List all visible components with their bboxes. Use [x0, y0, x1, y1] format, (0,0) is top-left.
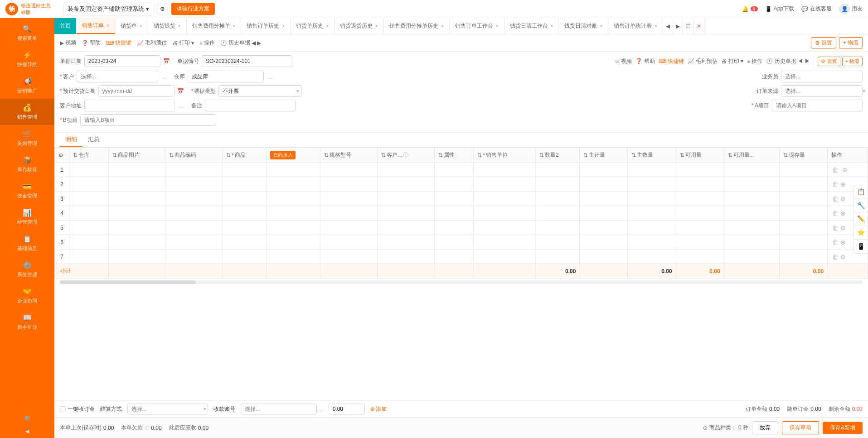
tab-home[interactable]: 首页 [54, 18, 77, 34]
delete-icon[interactable]: 🗑 [832, 195, 839, 202]
tab-menu-btn[interactable]: ☰ [683, 18, 694, 34]
sidebar-item-basic[interactable]: 📋 基础信息 [0, 230, 54, 256]
cell-code[interactable] [165, 163, 223, 177]
cell-spec[interactable] [320, 163, 378, 177]
right-icon-5[interactable]: 📱 [854, 240, 868, 253]
toolbar-shortcut-text[interactable]: ⌨ 快捷键 [659, 58, 684, 65]
delete-icon[interactable]: 🗑 [832, 210, 839, 217]
sidebar-item-search[interactable]: 🔍 搜索菜单 [0, 20, 54, 46]
tab-sales-order-workbench[interactable]: 销售订单工作台× [450, 18, 504, 34]
copy-icon[interactable]: ⊕ [840, 239, 846, 246]
cell-main-unit[interactable] [580, 163, 628, 177]
tab-summary[interactable]: 汇总 [82, 133, 105, 147]
invoice-type-input[interactable] [218, 85, 302, 97]
toolbar-history-text[interactable]: 🕐 历史单据 ◀ ▶ [766, 58, 810, 65]
tab-detail[interactable]: 明细 [60, 133, 82, 147]
account-input[interactable] [241, 404, 317, 414]
warehouse-more-icon[interactable]: ... [267, 73, 273, 80]
sidebar-item-purchase[interactable]: 🛒 采购管理 [0, 125, 54, 151]
toolbar-shortcut-btn[interactable]: ⌨ 快捷键 [106, 39, 131, 47]
delete-icon[interactable]: 🗑 [832, 181, 839, 188]
sidebar-item-guide[interactable]: 📖 新手引导 [0, 309, 54, 335]
right-icon-2[interactable]: 🔧 [854, 199, 868, 212]
toolbar-view-text[interactable]: ⊙ 视频 [615, 58, 632, 65]
tab-sales-receipt[interactable]: 销货单× [115, 18, 148, 34]
cell-customer-code[interactable] [378, 163, 435, 177]
discard-btn[interactable]: 放弃 [752, 421, 778, 434]
warehouse-input[interactable] [188, 71, 264, 82]
one-click-collect-checkbox[interactable]: 一键收订金 [60, 405, 95, 413]
delivery-calendar-icon[interactable]: 📅 [177, 88, 184, 94]
tab-close-icon[interactable]: × [326, 24, 329, 29]
sidebar-collapse-btn[interactable]: ◀ [0, 425, 54, 438]
sidebar-settings-btn[interactable]: ⚙️ [0, 412, 54, 425]
system-title[interactable]: 装备及固定资产辅助管理系统 ▾ [63, 3, 153, 15]
cell-available[interactable] [676, 163, 724, 177]
account-more-icon[interactable]: ... [318, 405, 323, 413]
table-settings-icon[interactable]: ⚙ [58, 152, 63, 159]
sidebar-item-system[interactable]: ⚙️ 系统管理 [0, 256, 54, 283]
copy-icon[interactable]: ⊕ [840, 181, 846, 188]
order-source-input[interactable] [781, 85, 863, 97]
right-icon-4[interactable]: ⭐ [854, 226, 868, 240]
tab-close-icon[interactable]: × [600, 24, 602, 29]
tab-sales-return-history[interactable]: 销货退货历史× [335, 18, 384, 34]
sidebar-item-cooperation[interactable]: 🤝 企业协同 [0, 283, 54, 309]
tab-sales-receipt-history[interactable]: 销货单历史× [291, 18, 335, 34]
cell-current-stock[interactable] [780, 163, 828, 177]
b-project-input[interactable] [80, 114, 216, 126]
tab-sales-order-history[interactable]: 销售订单历史× [241, 18, 291, 34]
scan-btn[interactable]: 扫码录入 [270, 151, 296, 159]
tab-sales-stat[interactable]: 销售订单统计表× [608, 18, 663, 34]
cell-main-qty[interactable] [628, 163, 676, 177]
tab-sales-expense-history[interactable]: 销售费用分摊单历史× [384, 18, 450, 34]
delete-icon[interactable]: 🗑 [832, 239, 839, 246]
copy-icon[interactable]: ⊕ [840, 224, 846, 231]
tab-close-icon[interactable]: × [282, 24, 285, 29]
note-input[interactable] [205, 100, 296, 111]
add-material-btn[interactable]: + 物流 [839, 37, 863, 48]
toolbar-help-text[interactable]: ❓ 帮助 [635, 58, 655, 65]
tab-close-icon[interactable]: × [178, 24, 181, 29]
cell-qty2[interactable] [535, 163, 579, 177]
tab-close-all-btn[interactable]: ✕ [694, 18, 704, 34]
cell-attr[interactable] [434, 163, 474, 177]
toolbar-actions-btn[interactable]: ≡ 操作 [199, 39, 215, 47]
customer-input[interactable] [77, 71, 158, 82]
cell-scan[interactable] [267, 163, 320, 177]
online-support-btn[interactable]: 💬 在线客服 [801, 5, 832, 13]
salesperson-input[interactable] [781, 71, 863, 82]
app-download-btn[interactable]: 📱 App下载 [765, 5, 794, 13]
tab-close-icon[interactable]: × [140, 24, 142, 29]
calendar-icon[interactable]: 📅 [163, 58, 170, 64]
toolbar-print-text[interactable]: 🖨 打印 ▾ [721, 58, 743, 65]
a-project-input[interactable] [772, 100, 863, 111]
sidebar-item-inventory[interactable]: 📦 库存核算 [0, 151, 54, 178]
cell-image[interactable] [108, 163, 165, 177]
date-input[interactable] [84, 55, 160, 67]
settings-icon[interactable]: ⚙ [157, 4, 168, 14]
toolbar-help-btn[interactable]: ❓ 帮助 [82, 39, 101, 47]
sidebar-item-operations[interactable]: 📊 经营管理 [0, 204, 54, 230]
tab-sales-return[interactable]: 销货退货× [148, 18, 187, 34]
info-icon[interactable]: ⓘ [145, 425, 149, 431]
tab-daily-clear-workbench[interactable]: 钱货日清工作台× [504, 18, 559, 34]
industry-btn[interactable]: 体验行业方案 [171, 3, 215, 15]
tab-sales-expense[interactable]: 销售费用分摊单× [187, 18, 242, 34]
copy-icon[interactable]: ⊕ [840, 210, 846, 217]
copy-icon[interactable]: ⊕ [842, 166, 848, 173]
user-btn[interactable]: 👤 用友 [839, 4, 863, 14]
delete-icon[interactable]: 🗑 [832, 253, 839, 260]
delivery-date-input[interactable] [98, 85, 175, 97]
tab-next-btn[interactable]: ▶ [673, 18, 683, 34]
order-no-input[interactable] [202, 55, 292, 67]
right-icon-3[interactable]: ✏️ [854, 212, 868, 226]
tab-sales-order[interactable]: 销售订单× [77, 18, 115, 34]
tab-daily-reconcile[interactable]: 钱货日清对账× [559, 18, 608, 34]
save-new-btn[interactable]: 保存&新增 [823, 422, 863, 434]
settings-btn[interactable]: ⚙ 设置 [811, 37, 836, 48]
add-material-action-btn[interactable]: + 物流 [842, 57, 863, 66]
tab-close-icon[interactable]: × [496, 24, 499, 29]
toolbar-profit-btn[interactable]: 📈 毛利预估 [137, 39, 167, 47]
tab-close-icon[interactable]: × [375, 24, 378, 29]
